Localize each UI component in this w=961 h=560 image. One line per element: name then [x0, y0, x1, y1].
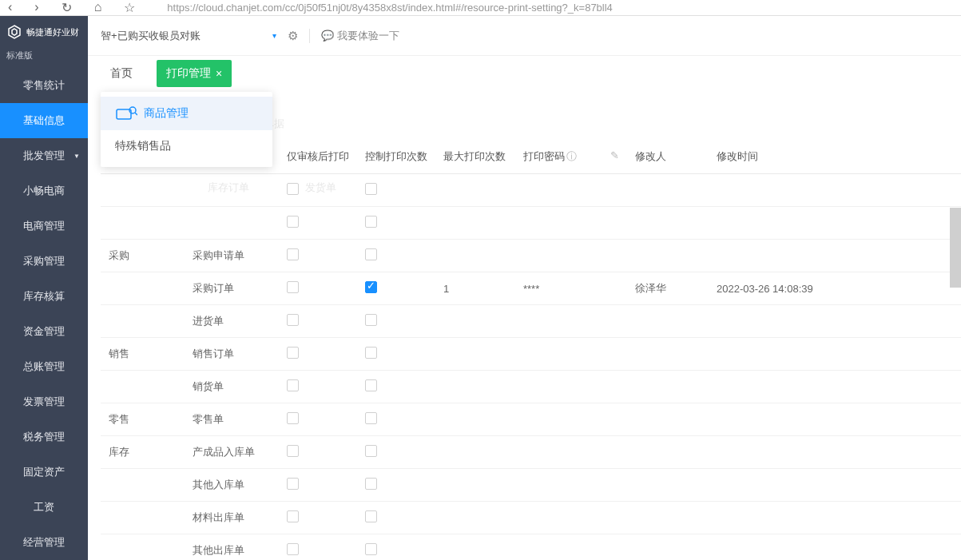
back-icon[interactable]: ‹ [8, 0, 12, 15]
browser-toolbar: ‹ › ↻ ⌂ ☆ https://cloud.chanjet.com/cc/0… [0, 0, 961, 16]
forward-icon[interactable]: › [34, 0, 38, 15]
home-icon[interactable]: ⌂ [94, 0, 102, 15]
url-bar[interactable]: https://cloud.chanjet.com/cc/0j50f51nj0t… [151, 2, 953, 14]
star-icon[interactable]: ☆ [124, 0, 135, 15]
refresh-icon[interactable]: ↻ [62, 0, 72, 15]
